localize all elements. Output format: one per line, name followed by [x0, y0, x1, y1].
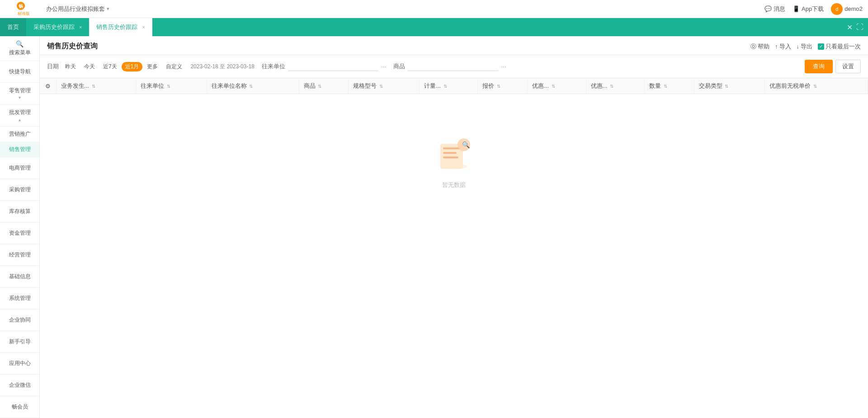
date-btn-more[interactable]: 更多	[143, 62, 161, 71]
tab-purchase-history[interactable]: 采购历史价跟踪 ×	[26, 18, 89, 36]
query-button[interactable]: 查询	[805, 60, 833, 73]
sort-icon: ⇅	[664, 84, 667, 89]
tab-fullscreen-icon[interactable]: ⛶	[856, 23, 863, 31]
date-btn-today[interactable]: 今天	[80, 62, 99, 71]
logo-text: 标准版	[18, 11, 30, 17]
sidebar-item-app-center[interactable]: 应用中心	[0, 353, 39, 375]
svg-text:🔍: 🔍	[462, 141, 470, 149]
sidebar-retail-label: 零售管理	[9, 87, 31, 95]
col-discount2[interactable]: 优惠... ⇅	[586, 78, 644, 94]
sidebar-item-finance[interactable]: 资金管理	[0, 223, 39, 244]
sidebar-item-inventory[interactable]: 库存核算	[0, 201, 39, 223]
sidebar-item-retail[interactable]: 零售管理 ▾	[0, 83, 39, 104]
col-partner-code[interactable]: 往来单位 ⇅	[136, 78, 207, 94]
sidebar-item-purchase[interactable]: 采购管理	[0, 179, 39, 201]
col-trade-type[interactable]: 交易类型 ⇅	[694, 78, 765, 94]
sidebar-enterprise-label: 企业协同	[9, 317, 31, 324]
sidebar-inventory-label: 库存核算	[9, 208, 31, 215]
svg-rect-6	[443, 157, 458, 158]
col-discount1[interactable]: 优惠... ⇅	[528, 78, 586, 94]
col-goods[interactable]: 商品 ⇅	[299, 78, 349, 94]
message-btn[interactable]: 💬 消息	[764, 5, 785, 13]
tab-purchase-label: 采购历史价跟踪	[33, 23, 75, 31]
sidebar-item-sales-mgmt[interactable]: 销售管理	[0, 142, 39, 157]
header-right: 💬 消息 📱 App下载 d demo2	[764, 3, 863, 15]
date-btn-custom[interactable]: 自定义	[162, 62, 186, 71]
tab-bar: 首页 采购历史价跟踪 × 销售历史价跟踪 × ✕ ⛶	[0, 18, 868, 36]
col-biz-date[interactable]: 业务发生... ⇅	[56, 78, 136, 94]
sort-icon: ⇅	[92, 84, 95, 89]
logo-area: 畅 标准版	[5, 1, 42, 17]
sidebar-salesmgmt-label: 销售管理	[9, 146, 31, 153]
col-spec[interactable]: 规格型号 ⇅	[349, 78, 420, 94]
username: demo2	[844, 5, 863, 12]
app-selector[interactable]: 办公用品行业模拟账套 ▾	[42, 5, 764, 13]
top-header: 畅 标准版 办公用品行业模拟账套 ▾ 💬 消息 📱 App下载 d demo2	[0, 0, 868, 18]
app-download-btn[interactable]: 📱 App下载	[793, 5, 824, 13]
only-last-toggle[interactable]: ✓ 只看最后一次	[818, 43, 861, 51]
sidebar-item-shortcut[interactable]: 快捷导航	[0, 61, 39, 83]
sidebar-finance-label: 资金管理	[9, 230, 31, 237]
sidebar-system-label: 系统管理	[9, 295, 31, 302]
only-last-label: 只看最后一次	[826, 43, 861, 51]
sidebar-item-newbie[interactable]: 新手引导	[0, 331, 39, 353]
sidebar-ecommerce-label: 电商管理	[9, 165, 31, 172]
goods-label: 商品	[393, 62, 405, 71]
main-layout: 🔍 搜索菜单 快捷导航 零售管理 ▾ 批发管理 ▴ 营销推广 销售管理 电商管理…	[0, 36, 868, 418]
goods-input[interactable]	[408, 62, 498, 71]
col-partner-code-label: 往来单位	[141, 82, 164, 89]
col-quote[interactable]: 报价 ⇅	[478, 78, 528, 94]
user-menu[interactable]: d demo2	[831, 3, 863, 15]
sidebar-corpwechat-label: 企业微信	[9, 382, 31, 389]
date-btn-yesterday[interactable]: 昨天	[61, 62, 80, 71]
tab-close-all-icon[interactable]: ✕	[847, 23, 853, 32]
sort-icon: ⇅	[552, 84, 555, 89]
import-btn[interactable]: ↑ 导入	[775, 43, 791, 51]
sidebar-item-basic[interactable]: 基础信息	[0, 266, 39, 288]
col-discount1-label: 优惠...	[532, 82, 549, 89]
date-range: 2023-02-18 至 2023-03-18	[190, 63, 254, 71]
col-qty[interactable]: 数量 ⇅	[644, 78, 694, 94]
col-unit[interactable]: 计量... ⇅	[420, 78, 478, 94]
sidebar-appcenter-label: 应用中心	[9, 360, 31, 367]
sidebar-item-operations[interactable]: 经营管理	[0, 244, 39, 266]
page-title: 销售历史价查询	[47, 42, 98, 51]
sidebar-item-wholesale[interactable]: 批发管理 ▴	[0, 105, 39, 127]
sidebar-item-corp-wechat[interactable]: 企业微信	[0, 375, 39, 396]
sidebar-item-search[interactable]: 🔍 搜索菜单	[0, 36, 39, 61]
tab-sales-history[interactable]: 销售历史价跟踪 ×	[89, 18, 152, 36]
tab-sales-close-icon[interactable]: ×	[142, 24, 145, 30]
sidebar-item-marketing[interactable]: 营销推广	[0, 127, 39, 142]
import-icon: ↑	[775, 43, 778, 50]
date-btn-last7[interactable]: 近7天	[99, 62, 121, 71]
goods-dots-btn[interactable]: ···	[501, 63, 506, 70]
export-btn[interactable]: ↓ 导出	[797, 43, 813, 51]
svg-rect-4	[443, 147, 460, 149]
export-icon: ↓	[797, 43, 800, 50]
sort-icon: ⇅	[443, 84, 447, 89]
sidebar-basic-label: 基础信息	[9, 273, 31, 280]
sidebar-member-label: 畅会员	[12, 404, 28, 411]
partner-dots-btn[interactable]: ···	[381, 63, 387, 70]
tab-home[interactable]: 首页	[0, 18, 26, 36]
partner-input[interactable]	[288, 62, 378, 71]
avatar: d	[831, 3, 843, 15]
sidebar-item-system[interactable]: 系统管理	[0, 288, 39, 309]
col-pretax-price[interactable]: 优惠前无税单价 ⇅	[765, 78, 868, 94]
sidebar-item-enterprise[interactable]: 企业协同	[0, 309, 39, 331]
sidebar-item-member[interactable]: 畅会员	[0, 396, 39, 418]
filter-actions: 查询 设置	[805, 60, 861, 73]
help-btn[interactable]: ⓪ 帮助	[750, 43, 769, 51]
date-btn-last1month[interactable]: 近1月	[122, 62, 143, 71]
sort-icon: ⇅	[318, 84, 321, 89]
help-icon: ⓪	[750, 43, 756, 51]
col-partner-name[interactable]: 往来单位名称 ⇅	[207, 78, 299, 94]
settings-button[interactable]: 设置	[835, 60, 861, 73]
col-settings[interactable]: ⚙	[40, 78, 56, 94]
tab-purchase-close-icon[interactable]: ×	[79, 24, 82, 30]
col-spec-label: 规格型号	[353, 82, 377, 89]
page-actions: ⓪ 帮助 ↑ 导入 ↓ 导出 ✓ 只看最后一次	[750, 43, 861, 51]
sidebar-item-ecommerce[interactable]: 电商管理	[0, 157, 39, 179]
data-table: ⚙ 业务发生... ⇅ 往来单位 ⇅ 往来单位名称 ⇅	[40, 78, 868, 94]
sort-icon: ⇅	[610, 84, 613, 89]
